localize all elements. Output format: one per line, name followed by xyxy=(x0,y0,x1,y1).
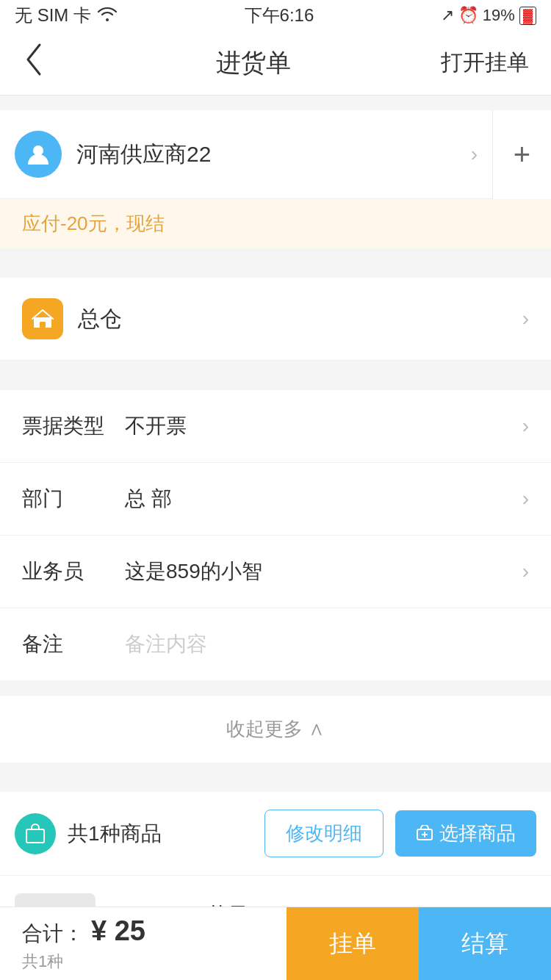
salesperson-chevron: › xyxy=(522,560,529,583)
checkout-button[interactable]: 结算 xyxy=(419,907,551,981)
invoice-type-label: 票据类型 xyxy=(22,412,110,440)
products-header: 共1种商品 修改明细 选择商品 xyxy=(0,792,551,876)
warehouse-chevron: › xyxy=(522,307,529,331)
invoice-type-row[interactable]: 票据类型 不开票 › xyxy=(0,390,551,463)
salesperson-row[interactable]: 业务员 这是859的小智 › xyxy=(0,536,551,608)
remark-label: 备注 xyxy=(22,630,110,658)
bottom-bar: 合计： ¥ 25 共1种 挂单 结算 xyxy=(0,907,551,980)
supplier-row[interactable]: 河南供应商22 › xyxy=(0,110,492,199)
warehouse-name: 总仓 xyxy=(78,304,515,334)
department-row[interactable]: 部门 总 部 › xyxy=(0,463,551,536)
location-icon: ↗ xyxy=(441,6,454,25)
status-right: ↗ ⏰ 19% ▓ xyxy=(441,6,536,25)
department-label: 部门 xyxy=(22,485,110,513)
total-label: 合计： ¥ 25 xyxy=(22,915,264,948)
svg-rect-3 xyxy=(26,829,44,843)
alarm-icon: ⏰ xyxy=(458,6,478,25)
department-chevron: › xyxy=(522,487,529,511)
form-section: 票据类型 不开票 › 部门 总 部 › 业务员 这是859的小智 › 备注 备注… xyxy=(0,390,551,680)
supplier-avatar xyxy=(15,131,62,178)
sim-status: 无 SIM 卡 xyxy=(15,4,91,27)
hang-order-button[interactable]: 挂单 xyxy=(287,907,419,981)
select-product-button[interactable]: 选择商品 xyxy=(395,810,536,857)
remark-value[interactable]: 备注内容 xyxy=(125,630,529,658)
back-button[interactable] xyxy=(22,42,66,84)
salesperson-value: 这是859的小智 xyxy=(125,558,515,586)
warehouse-row[interactable]: 总仓 › xyxy=(0,278,551,361)
remark-row[interactable]: 备注 备注内容 xyxy=(0,608,551,680)
select-product-label: 选择商品 xyxy=(439,821,516,846)
wifi-icon xyxy=(97,5,118,26)
salesperson-label: 业务员 xyxy=(22,558,110,586)
add-supplier-button[interactable]: + xyxy=(492,110,551,199)
warehouse-icon xyxy=(22,298,63,339)
products-icon xyxy=(15,813,56,854)
total-text: 合计： xyxy=(22,920,84,948)
department-value: 总 部 xyxy=(125,485,515,513)
invoice-type-chevron: › xyxy=(522,414,529,438)
battery-icon: ▓ xyxy=(519,7,536,25)
bottom-total: 合计： ¥ 25 共1种 xyxy=(0,915,287,973)
status-left: 无 SIM 卡 xyxy=(15,4,118,27)
nav-bar: 进货单 打开挂单 xyxy=(0,31,551,96)
total-amount: ¥ 25 xyxy=(91,915,145,947)
products-count: 共1种商品 xyxy=(68,820,264,848)
supplier-name: 河南供应商22 xyxy=(76,140,464,170)
collapse-button[interactable]: 收起更多 ∧ xyxy=(0,695,551,763)
battery-text: 19% xyxy=(483,6,515,25)
page-title: 进货单 xyxy=(216,46,291,80)
notice-bar: 应付-20元，现结 xyxy=(0,199,551,248)
supplier-section: 河南供应商22 › + xyxy=(0,110,551,199)
svg-rect-2 xyxy=(40,322,46,328)
invoice-type-value: 不开票 xyxy=(125,412,515,440)
open-pending-button[interactable]: 打开挂单 xyxy=(441,48,529,78)
status-time: 下午6:16 xyxy=(245,4,314,27)
supplier-chevron: › xyxy=(471,143,478,166)
svg-point-0 xyxy=(33,145,43,156)
modify-details-button[interactable]: 修改明细 xyxy=(264,810,383,857)
total-count: 共1种 xyxy=(22,951,264,973)
status-bar: 无 SIM 卡 下午6:16 ↗ ⏰ 19% ▓ xyxy=(0,0,551,31)
